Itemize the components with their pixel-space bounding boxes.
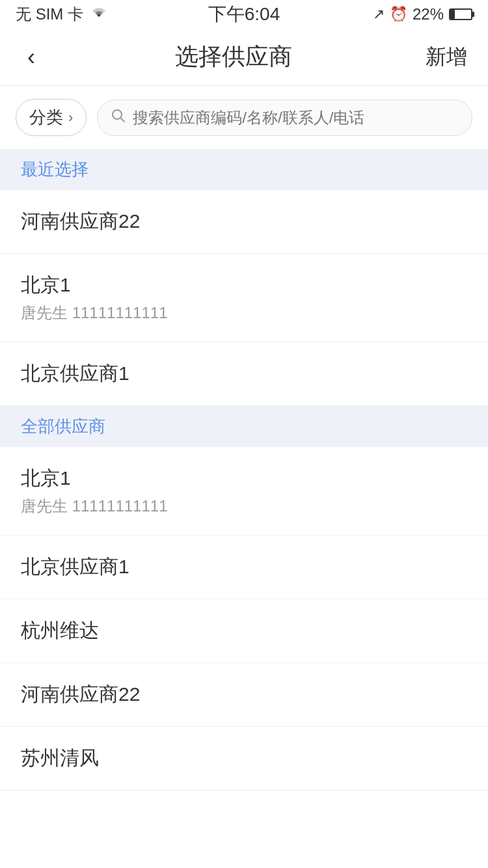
item-name: 北京1: [21, 465, 467, 492]
all-list-item[interactable]: 北京供应商1: [0, 536, 488, 599]
svg-line-1: [121, 118, 125, 122]
wifi-icon: [90, 5, 108, 23]
item-name: 苏州清风: [21, 745, 467, 772]
location-icon: ↗: [373, 6, 385, 23]
item-name: 杭州维达: [21, 617, 467, 644]
item-name: 河南供应商22: [21, 681, 467, 708]
battery-icon: [449, 8, 472, 20]
chevron-right-icon: ›: [68, 109, 73, 126]
status-time: 下午6:04: [208, 2, 280, 27]
all-section-header: 全部供应商: [0, 406, 488, 447]
all-list-item[interactable]: 杭州维达: [0, 599, 488, 663]
nav-bar: ‹ 选择供应商 新增: [0, 29, 488, 86]
all-items-list: 北京1 唐先生 11111111111 北京供应商1 杭州维达 河南供应商22 …: [0, 447, 488, 791]
item-name: 河南供应商22: [21, 208, 467, 235]
search-input[interactable]: [133, 109, 459, 127]
category-filter-button[interactable]: 分类 ›: [16, 99, 87, 136]
all-section-label: 全部供应商: [21, 416, 105, 436]
recent-section-label: 最近选择: [21, 159, 88, 179]
item-name: 北京1: [21, 272, 467, 299]
item-name: 北京供应商1: [21, 360, 467, 387]
nav-title: 选择供应商: [175, 41, 292, 73]
filter-bar: 分类 ›: [0, 86, 488, 149]
all-list-item[interactable]: 苏州清风: [0, 727, 488, 791]
all-list-item[interactable]: 北京1 唐先生 11111111111: [0, 447, 488, 536]
category-label: 分类: [29, 106, 63, 129]
alarm-icon: ⏰: [390, 6, 407, 23]
search-icon: [111, 108, 126, 128]
status-left: 无 SIM 卡: [16, 4, 108, 25]
carrier-text: 无 SIM 卡: [16, 4, 83, 25]
status-right: ↗ ⏰ 22%: [373, 5, 472, 23]
item-sub: 唐先生 11111111111: [21, 496, 467, 517]
item-name: 北京供应商1: [21, 554, 467, 580]
new-add-button[interactable]: 新增: [426, 43, 467, 72]
back-button[interactable]: ‹: [21, 37, 42, 77]
recent-list-item[interactable]: 北京供应商1: [0, 342, 488, 406]
status-bar: 无 SIM 卡 下午6:04 ↗ ⏰ 22%: [0, 0, 488, 29]
recent-items-list: 河南供应商22 北京1 唐先生 11111111111 北京供应商1: [0, 190, 488, 406]
recent-section-header: 最近选择: [0, 149, 488, 190]
battery-text: 22%: [413, 5, 444, 23]
recent-list-item[interactable]: 河南供应商22: [0, 190, 488, 254]
item-sub: 唐先生 11111111111: [21, 303, 467, 323]
all-list-item[interactable]: 河南供应商22: [0, 663, 488, 727]
recent-list-item[interactable]: 北京1 唐先生 11111111111: [0, 254, 488, 342]
search-box: [97, 100, 472, 136]
